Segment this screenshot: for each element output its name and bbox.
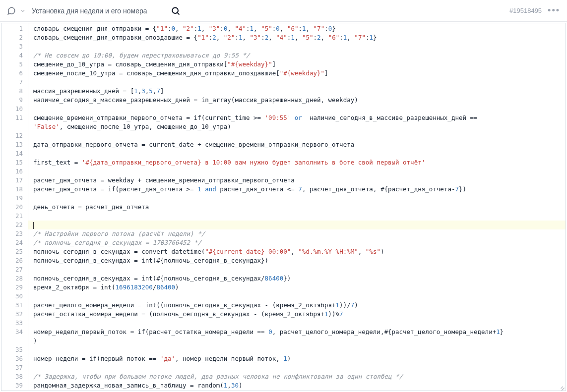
line-number: 27 <box>1 265 28 274</box>
line-number: 22 <box>1 221 28 229</box>
code-line[interactable] <box>33 292 566 301</box>
code-line[interactable]: словарь_смещения_дня_отправки_опоздавшие… <box>33 33 566 42</box>
code-line[interactable]: first_text = '#{дата_отправки_первого_от… <box>33 158 566 167</box>
code-line[interactable] <box>33 363 566 372</box>
code-line[interactable]: расчет_остатка_номера_недели = (полночь_… <box>33 310 566 319</box>
line-number: 28 <box>1 274 28 283</box>
comment-icon[interactable] <box>7 6 16 15</box>
code-line[interactable] <box>33 194 566 203</box>
line-number: 16 <box>1 167 28 176</box>
line-number: 34 <box>1 328 28 336</box>
line-number: 5 <box>1 60 28 69</box>
code-line[interactable]: полночь_сегодня_в_секундах = convert_dat… <box>33 247 566 256</box>
line-number: 30 <box>1 292 28 301</box>
line-number: 35 <box>1 345 28 354</box>
code-line[interactable]: /* Задержка, чтобы при большом потоке лю… <box>33 372 566 381</box>
code-line[interactable]: расчет_дня_отчета = weekday + смещение_в… <box>33 176 566 185</box>
code-line[interactable]: /* Настройки первого потока (расчёт неде… <box>33 229 566 238</box>
line-number: 10 <box>1 105 28 113</box>
code-line[interactable] <box>33 212 566 221</box>
code-line[interactable] <box>33 149 566 158</box>
line-number: 1 <box>1 24 28 33</box>
line-number <box>1 336 28 345</box>
line-number: 3 <box>1 42 28 51</box>
line-number: 21 <box>1 212 28 221</box>
code-line[interactable]: смещение_времени_отправки_первого_отчета… <box>33 113 566 122</box>
code-line[interactable]: смещение_до_10_утра = словарь_смещения_д… <box>33 60 566 69</box>
code-line[interactable]: массив_разрешенных_дней = [1,3,5,7] <box>33 87 566 96</box>
code-line[interactable]: полночь_сегодня_в_секундах = int(#{полно… <box>33 274 566 283</box>
line-number: 7 <box>1 78 28 87</box>
code-line[interactable] <box>33 167 566 176</box>
line-number: 23 <box>1 229 28 238</box>
line-number: 19 <box>1 194 28 203</box>
code-line[interactable]: словарь_смещения_дня_отправки = {"1":0, … <box>33 24 566 33</box>
code-line[interactable]: расчет_дня_отчета = if(расчет_дня_отчета… <box>33 185 566 194</box>
line-number: 4 <box>1 51 28 60</box>
code-line[interactable]: наличие_сегодня_в_массиве_разрешенных_дн… <box>33 96 566 105</box>
search-icon[interactable] <box>171 6 181 16</box>
code-line[interactable]: номер_недели = if(первый_поток == 'да', … <box>33 354 566 363</box>
line-number <box>1 122 28 131</box>
code-line[interactable]: /* полночь_сегодня_в_секундах = 17037664… <box>33 238 566 247</box>
header-right: #19518495 ••• <box>509 5 560 16</box>
resize-handle-icon[interactable] <box>558 383 565 390</box>
code-line[interactable]: /* Не совсем до 10:00, будем перестрахов… <box>33 51 566 60</box>
line-number: 6 <box>1 69 28 78</box>
code-line[interactable]: дата_отправки_первого_отчета = current_d… <box>33 140 566 149</box>
code-line[interactable]: номер_недели_первый_поток = if(расчет_ос… <box>33 328 566 336</box>
svg-point-0 <box>173 7 179 13</box>
line-number: 29 <box>1 283 28 292</box>
line-number: 2 <box>1 33 28 42</box>
editor-header: Установка дня недели и его номера #19518… <box>0 0 567 22</box>
line-number: 9 <box>1 96 28 105</box>
code-line[interactable]: день_отчета = расчет_дня_отчета <box>33 203 566 212</box>
line-number: 15 <box>1 158 28 167</box>
line-number: 36 <box>1 354 28 363</box>
line-number: 31 <box>1 301 28 310</box>
code-line[interactable]: расчет_целого_номера_недели = int((полно… <box>33 301 566 310</box>
code-line[interactable]: смещение_после_10_утра = словарь_смещени… <box>33 69 566 78</box>
line-number: 17 <box>1 176 28 185</box>
code-line[interactable] <box>33 131 566 140</box>
code-editor[interactable]: 1234567891011121314151617181920212223242… <box>1 23 566 391</box>
code-line[interactable] <box>33 42 566 51</box>
line-number: 13 <box>1 140 28 149</box>
line-number: 33 <box>1 319 28 328</box>
line-number: 18 <box>1 185 28 194</box>
svg-line-1 <box>178 12 180 14</box>
code-line[interactable]: 'False', смещение_после_10_утра, смещени… <box>33 122 566 131</box>
line-number: 11 <box>1 113 28 122</box>
line-number: 26 <box>1 256 28 265</box>
page-title: Установка дня недели и его номера <box>32 7 147 15</box>
code-line[interactable]: время_2_октября = int(1696183200/86400) <box>33 283 566 292</box>
line-number: 38 <box>1 372 28 381</box>
line-number-gutter: 1234567891011121314151617181920212223242… <box>1 23 28 391</box>
code-line[interactable] <box>33 345 566 354</box>
line-number: 12 <box>1 131 28 140</box>
line-number: 37 <box>1 363 28 372</box>
line-number: 39 <box>1 381 28 390</box>
code-line[interactable] <box>33 105 566 113</box>
line-number: 24 <box>1 238 28 247</box>
line-number: 32 <box>1 310 28 319</box>
line-number: 8 <box>1 87 28 96</box>
line-number: 14 <box>1 149 28 158</box>
code-line[interactable]: ) <box>33 336 566 345</box>
code-line[interactable] <box>33 319 566 328</box>
more-icon[interactable]: ••• <box>548 5 560 16</box>
code-line[interactable]: полночь_сегодня_в_секундах = int(#{полно… <box>33 256 566 265</box>
code-area[interactable]: словарь_смещения_дня_отправки = {"1":0, … <box>28 23 566 391</box>
code-line[interactable]: рандомная_задержка_новая_запись_в_таблиц… <box>33 381 566 390</box>
line-number: 25 <box>1 247 28 256</box>
header-left: Установка дня недели и его номера <box>7 6 509 16</box>
item-id: #19518495 <box>509 7 542 14</box>
chevron-down-icon[interactable] <box>20 8 26 14</box>
code-line[interactable] <box>33 78 566 87</box>
line-number: 20 <box>1 203 28 212</box>
code-line[interactable] <box>33 265 566 274</box>
